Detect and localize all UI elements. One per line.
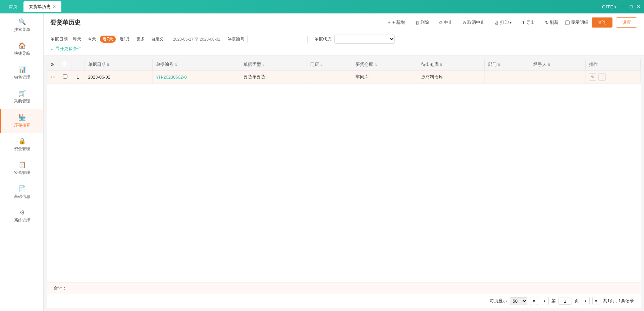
tab-close-icon[interactable]: ✕ (53, 4, 56, 9)
settings-button[interactable]: 设置 (616, 17, 637, 28)
page-title-row: 要货单历史 ＋ + 新增 🗑 删除 ⊘ 中止 ⊙ (50, 17, 637, 28)
col-pending-warehouse[interactable]: 待出仓库 ⇅ (418, 59, 484, 71)
table-row: ⚙ 1 2023-06-02 YH-20230602-0 要货单要货 车间库 原… (47, 71, 641, 84)
sidebar-item-purchase-mgmt[interactable]: 🛒 采购管理 (0, 85, 43, 109)
maximize-icon[interactable]: □ (630, 4, 633, 9)
sidebar-item-quick-nav-label: 快捷导航 (14, 51, 30, 56)
close-window-icon[interactable]: ✕ (637, 4, 641, 9)
row-no-link[interactable]: YH-20230602-0 (156, 75, 187, 80)
col-department-sort-icon[interactable]: ⇅ (498, 63, 500, 66)
row-edit-icon[interactable]: ✎ (589, 73, 596, 81)
top-bar-right: OfTEn — □ ✕ (602, 4, 641, 10)
first-page-btn[interactable]: « (530, 297, 538, 305)
new-button[interactable]: ＋ + 新增 (384, 18, 408, 27)
more-shortcut[interactable]: 更多 (134, 36, 147, 43)
status-select[interactable] (334, 35, 395, 44)
row-no[interactable]: YH-20230602-0 (152, 71, 240, 84)
export-label: 导出 (526, 19, 535, 26)
custom-shortcut[interactable]: 自定义 (149, 36, 166, 43)
yesterday-shortcut[interactable]: 昨天 (70, 36, 84, 43)
page-num-input[interactable] (558, 298, 572, 305)
stop-button[interactable]: ⊘ 中止 (436, 18, 456, 27)
sidebar-item-basic-info-label: 基础信息 (14, 194, 30, 199)
refresh-button[interactable]: ↻ 刷新 (542, 18, 562, 27)
export-icon: ⬆ (522, 20, 525, 25)
query-button[interactable]: 查询 (592, 17, 612, 28)
col-pending-warehouse-sort-icon[interactable]: ⇅ (440, 63, 442, 66)
sidebar-item-finance-mgmt[interactable]: 🔒 资金管理 (0, 133, 43, 157)
col-department[interactable]: 部门 ⇅ (484, 59, 530, 71)
cancel-stop-button[interactable]: ⊙ 取消中止 (459, 18, 488, 27)
new-label: + 新增 (392, 19, 405, 26)
sidebar-item-operations-mgmt-label: 经营管理 (14, 170, 30, 176)
sidebar-item-basic-info[interactable]: 📄 基础信息 (0, 180, 43, 204)
col-num (71, 59, 85, 71)
row-more-icon[interactable]: ⋮ (598, 73, 606, 81)
col-store-sort-icon[interactable]: ⇅ (320, 63, 323, 66)
last1month-shortcut[interactable]: 近1月 (117, 36, 133, 43)
col-no-label: 单据编号 (156, 62, 173, 67)
row-type: 要货单要货 (240, 71, 307, 84)
delete-button[interactable]: 🗑 删除 (412, 18, 432, 27)
col-handler-label: 经手人 (533, 62, 546, 67)
col-store[interactable]: 门店 ⇅ (307, 59, 352, 71)
col-type-sort-icon[interactable]: ⇅ (262, 63, 265, 66)
last-page-btn[interactable]: » (592, 297, 600, 305)
col-req-warehouse-sort-icon[interactable]: ⇅ (374, 63, 377, 66)
sidebar-item-quick-nav[interactable]: 🏠 快捷导航 (0, 37, 43, 61)
col-handler-sort-icon[interactable]: ⇅ (548, 63, 550, 66)
quick-nav-icon: 🏠 (18, 42, 26, 49)
today-shortcut[interactable]: 今天 (85, 36, 99, 43)
cancel-stop-icon: ⊙ (463, 20, 466, 25)
col-department-label: 部门 (488, 62, 497, 67)
refresh-icon: ↻ (545, 20, 549, 25)
top-bar: 首页 要货单历史 ✕ OfTEn — □ ✕ (0, 0, 644, 13)
col-date-sort-icon[interactable]: ⇅ (107, 63, 109, 66)
brand-label: OfTEn (602, 4, 616, 9)
sidebar-item-search-menu-label: 搜索菜单 (14, 27, 30, 33)
show-detail-label: 显示明细 (571, 19, 588, 26)
sidebar-item-inventory-mgmt[interactable]: 🏪 库存核算 (0, 109, 43, 133)
sidebar-item-search-menu[interactable]: 🔍 搜索菜单 (0, 13, 43, 37)
show-detail-checkbox[interactable] (565, 20, 570, 25)
sidebar-item-system-mgmt[interactable]: ⚙ 系统管理 (0, 204, 43, 228)
order-no-input[interactable] (247, 35, 308, 43)
tab-home[interactable]: 首页 (3, 1, 23, 12)
col-no-sort-icon[interactable]: ⇅ (174, 63, 177, 66)
col-store-label: 门店 (310, 62, 319, 67)
col-settings[interactable]: ⚙ (47, 59, 59, 71)
last7days-shortcut[interactable]: 近7天 (100, 36, 116, 43)
expand-more-btn[interactable]: ⌄ 展开更多条件 (50, 46, 637, 52)
expand-more-label: 展开更多条件 (55, 46, 82, 52)
tab-order-history[interactable]: 要货单历史 ✕ (23, 1, 61, 12)
sidebar-item-operations-mgmt[interactable]: 📋 经营管理 (0, 157, 43, 180)
operations-mgmt-icon: 📋 (18, 161, 26, 169)
main-layout: 🔍 搜索菜单 🏠 快捷导航 📊 销售管理 🛒 采购管理 🏪 库存核算 🔒 资金管… (0, 13, 644, 311)
query-label: 查询 (598, 20, 606, 25)
row-select-checkbox[interactable] (63, 74, 67, 79)
row-settings[interactable]: ⚙ (47, 71, 59, 84)
col-checkbox[interactable] (59, 59, 71, 71)
delete-label: 删除 (420, 19, 429, 26)
prev-page-btn[interactable]: ‹ (541, 297, 549, 305)
col-req-warehouse[interactable]: 要货仓库 ⇅ (352, 59, 418, 71)
page-size-select[interactable]: 20 50 100 200 (510, 297, 527, 305)
minimize-icon[interactable]: — (621, 4, 626, 10)
next-page-btn[interactable]: › (582, 297, 590, 305)
col-type[interactable]: 单据类型 ⇅ (240, 59, 307, 71)
show-detail-checkbox-label[interactable]: 显示明细 (565, 19, 588, 26)
sidebar-item-sales-mgmt[interactable]: 📊 销售管理 (0, 61, 43, 85)
status-filter-label: 单据状态 (314, 36, 332, 42)
order-no-filter-label: 单据编号 (227, 36, 245, 42)
stop-label: 中止 (444, 19, 452, 26)
page-size-label: 每页显示 (490, 298, 507, 304)
print-button[interactable]: 🖨 打印 ▾ (491, 18, 515, 27)
col-no[interactable]: 单据编号 ⇅ (152, 59, 240, 71)
row-checkbox[interactable] (59, 71, 71, 84)
export-button[interactable]: ⬆ 导出 (518, 18, 538, 27)
row-handler (530, 71, 586, 84)
col-date[interactable]: 单据日期 ⇅ (85, 59, 152, 71)
select-all-checkbox[interactable] (63, 62, 67, 66)
tab-order-history-label: 要货单历史 (29, 4, 51, 10)
col-handler[interactable]: 经手人 ⇅ (530, 59, 586, 71)
